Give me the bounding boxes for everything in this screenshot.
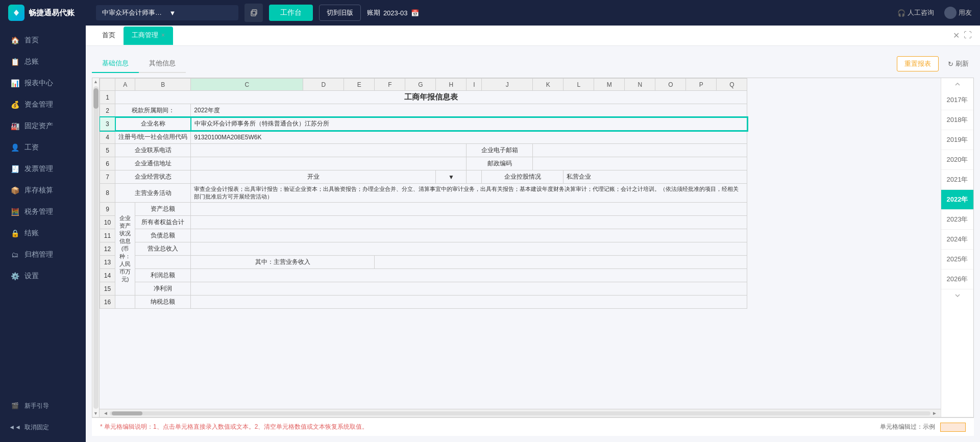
status-sample-color xyxy=(940,423,966,432)
sidebar-item-invoice[interactable]: 🧾 发票管理 xyxy=(0,158,86,180)
year-item-2024[interactable]: 2024年 xyxy=(941,230,973,250)
row-num-3: 3 xyxy=(100,117,115,131)
v-scrollbar[interactable]: ▲ ▼ xyxy=(92,78,100,417)
ledger-icon: 📋 xyxy=(10,57,19,66)
inventory-icon: 📦 xyxy=(10,186,19,195)
scroll-down-arrow[interactable]: ▼ xyxy=(92,410,100,417)
year-item-2022[interactable]: 2022年 xyxy=(941,190,973,210)
cell-16-value[interactable] xyxy=(191,296,747,309)
year-item-2025[interactable]: 2025年 xyxy=(941,250,973,269)
old-version-button[interactable]: 切到旧版 xyxy=(319,5,361,21)
sidebar-item-inventory[interactable]: 📦 库存核算 xyxy=(0,180,86,201)
table-row: 1 工商年报信息表 xyxy=(100,91,747,104)
sidebar-item-asset[interactable]: 🏭 固定资产 xyxy=(0,115,86,137)
year-nav-down[interactable] xyxy=(941,289,973,302)
sub-tab-other-label: 其他信息 xyxy=(149,59,176,67)
calendar-icon[interactable]: 📅 xyxy=(411,9,419,17)
h-scroll-left-arrow[interactable]: ◄ xyxy=(102,409,110,418)
year-item-2018[interactable]: 2018年 xyxy=(941,110,973,130)
h-scroll-thumb[interactable] xyxy=(112,411,142,415)
year-item-2026[interactable]: 2026年 xyxy=(941,269,973,289)
cell-11-value[interactable] xyxy=(191,229,747,242)
tab-business-label: 工商管理 xyxy=(132,31,158,40)
row-num-10: 10 xyxy=(100,216,115,229)
user-item[interactable]: 用友 xyxy=(944,7,972,19)
sidebar-item-salary[interactable]: 👤 工资 xyxy=(0,137,86,158)
cell-3-value[interactable]: 中审众环会计师事务所（特殊普通合伙）江苏分所 xyxy=(191,117,747,131)
sidebar-item-fund[interactable]: 💰 资金管理 xyxy=(0,94,86,115)
company-selector[interactable]: 中审众环会计师事务所（特殊普通合伙… ▼ xyxy=(96,5,238,20)
period-value: 2023-03 xyxy=(383,9,408,17)
row-num-11: 11 xyxy=(100,229,115,242)
sidebar-item-ledger[interactable]: 📋 总账 xyxy=(0,51,86,72)
support-item[interactable]: 🎧 人工咨询 xyxy=(897,8,934,17)
tab-business-management[interactable]: 工商管理 × xyxy=(124,27,173,45)
h-scroll-track[interactable] xyxy=(110,411,930,415)
cell-2-label: 税款所属期间： xyxy=(115,104,191,117)
cell-7-status-value[interactable]: 开业 xyxy=(191,170,436,184)
logo-area: 畅捷通易代账 xyxy=(8,5,90,21)
year-item-2019[interactable]: 2019年 xyxy=(941,130,973,150)
cell-6-post-value[interactable] xyxy=(533,157,747,170)
window-expand-icon[interactable]: ⛶ xyxy=(964,31,972,40)
sidebar-item-guide[interactable]: 🎬 新手引导 xyxy=(0,395,86,416)
col-n: N xyxy=(625,79,655,91)
cell-9-label: 资产总额 xyxy=(135,203,191,216)
sub-tab-other[interactable]: 其他信息 xyxy=(139,55,186,73)
cell-8-label: 主营业务活动 xyxy=(115,184,191,203)
cell-10-value[interactable] xyxy=(191,216,747,229)
copy-icon[interactable] xyxy=(244,4,263,22)
cell-6-address[interactable] xyxy=(191,157,467,170)
sidebar-item-archive[interactable]: 🗂 归档管理 xyxy=(0,244,86,265)
cell-4-value[interactable]: 91320100MA208E5W6K xyxy=(191,131,747,144)
year-item-2023[interactable]: 2023年 xyxy=(941,210,973,230)
year-item-2020[interactable]: 2020年 xyxy=(941,150,973,170)
refresh-button[interactable]: ↻ 刷新 xyxy=(943,57,974,71)
cell-14-value[interactable] xyxy=(191,269,747,282)
year-item-2021[interactable]: 2021年 xyxy=(941,170,973,190)
cell-5-email-value[interactable] xyxy=(533,144,747,157)
cell-8-value[interactable]: 审查企业会计报表；出具审计报告；验证企业资本；出具验资报告；办理企业合并、分立、… xyxy=(191,184,747,203)
table-row: 7 企业经营状态 开业 ▼ 企业控股情况 私营企业 xyxy=(100,170,747,184)
table-row: 13 其中：主营业务收入 xyxy=(100,256,747,269)
cell-7-control-value[interactable]: 私营企业 xyxy=(564,170,747,184)
row-num-4: 4 xyxy=(100,131,115,144)
sub-tab-basic[interactable]: 基础信息 xyxy=(92,55,139,73)
sidebar-label-guide: 新手引导 xyxy=(24,402,49,410)
archive-icon: 🗂 xyxy=(10,250,19,259)
year-nav-up[interactable] xyxy=(941,78,973,90)
table-row: 4 注册号/统一社会信用代码 91320100MA208E5W6K xyxy=(100,131,747,144)
col-l: L xyxy=(564,79,594,91)
cell-9-value[interactable] xyxy=(191,203,747,216)
sidebar-item-settings[interactable]: ⚙️ 设置 xyxy=(0,265,86,287)
cell-5-phone[interactable] xyxy=(191,144,467,157)
reset-button[interactable]: 重置报表 xyxy=(897,56,939,71)
sidebar-item-unpin[interactable]: ◄◄ 取消固定 xyxy=(0,416,86,438)
cell-7-dropdown[interactable]: ▼ xyxy=(436,170,467,184)
cell-12-value[interactable] xyxy=(191,242,747,256)
tab-close-icon[interactable]: × xyxy=(161,32,165,39)
sidebar-item-home[interactable]: 🏠 首页 xyxy=(0,30,86,51)
row-num-7: 7 xyxy=(100,170,115,184)
window-close-icon[interactable]: ✕ xyxy=(953,31,960,40)
spreadsheet-scroll-area[interactable]: A B C D E F G H I J xyxy=(100,78,941,409)
status-bar: * 单元格编辑说明：1、点击单元格直接录入数值或文本。2、清空单元格数值或文本恢… xyxy=(92,418,974,436)
sidebar-item-report[interactable]: 📊 报表中心 xyxy=(0,72,86,94)
inner-content: 基础信息 其他信息 重置报表 ↻ 刷新 xyxy=(86,46,980,442)
cell-13-value[interactable] xyxy=(375,256,747,269)
title-cell[interactable]: 工商年报信息表 xyxy=(115,91,747,104)
year-item-2017[interactable]: 2017年 xyxy=(941,90,973,110)
scroll-up-arrow[interactable]: ▲ xyxy=(92,78,100,85)
cell-15-value[interactable] xyxy=(191,282,747,296)
h-scroll-right-arrow[interactable]: ► xyxy=(930,409,939,418)
cell-5-email-label: 企业电子邮箱 xyxy=(467,144,533,157)
sidebar-item-close-account[interactable]: 🔒 结账 xyxy=(0,223,86,244)
cell-2-value[interactable]: 2022年度 xyxy=(191,104,747,117)
v-scroll-thumb[interactable] xyxy=(93,88,99,109)
col-a: A xyxy=(115,79,135,91)
workbench-button[interactable]: 工作台 xyxy=(269,5,313,21)
spreadsheet-table: A B C D E F G H I J xyxy=(100,78,748,309)
tab-home[interactable]: 首页 xyxy=(94,27,124,45)
sidebar-item-tax[interactable]: 🧮 税务管理 xyxy=(0,201,86,223)
row-num-13: 13 xyxy=(100,256,115,269)
